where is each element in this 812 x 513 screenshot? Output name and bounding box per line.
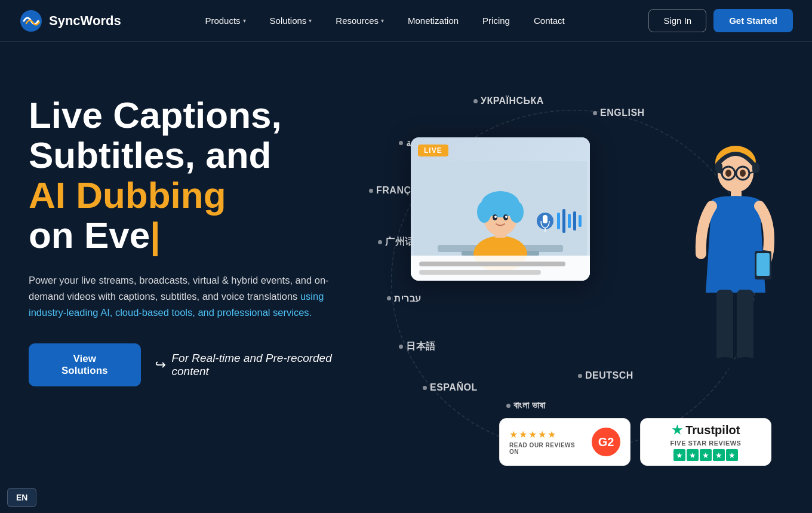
lang-dot [473,99,478,103]
g2-stars-wrap: ★ ★ ★ ★ ★ READ OUR REVIEWS ON [509,429,585,455]
svg-rect-20 [568,214,571,228]
lang-hebrew: עברית [387,293,422,304]
svg-rect-16 [543,215,548,223]
tp-star-icon: ★ [673,449,685,461]
lang-deutsch: DEUTSCH [578,370,633,381]
trustpilot-review-badge[interactable]: ★ Trustpilot FIVE STAR REVIEWS ★ ★ ★ ★ ★ [640,418,771,466]
nav-products[interactable]: Products ▾ [195,11,255,30]
lang-dot [387,296,391,300]
hero-title: Live Captions, Subtitles, and AI Dubbing… [29,96,363,256]
nav-solutions[interactable]: Solutions ▾ [260,11,322,30]
nav-resources[interactable]: Resources ▾ [326,11,393,30]
nav-links: Products ▾ Solutions ▾ Resources ▾ Monet… [195,11,574,30]
getstarted-button[interactable]: Get Started [713,9,793,32]
language-selector[interactable]: EN [7,488,36,507]
cta-note-wrap: ↩ For Real-time and Pre-recorded content [155,352,363,378]
review-badges: ★ ★ ★ ★ ★ READ OUR REVIEWS ON G2 [499,418,771,466]
lang-ukrainian: УКРАЇНСЬКА [473,96,544,106]
logo[interactable]: SyncWords [19,9,121,33]
star-icon: ★ [528,429,537,440]
svg-point-13 [494,216,497,218]
logo-text: SyncWords [49,13,121,29]
hero-right: УКРАЇНСЬКА ENGLISH اللغة العربية FRANÇAI… [363,78,783,484]
svg-point-41 [733,357,757,369]
svg-point-9 [477,201,491,223]
tp-logo-wrap: ★ Trustpilot FIVE STAR REVIEWS ★ ★ ★ ★ ★ [670,423,742,461]
lang-japanese: 日本語 [399,340,436,353]
chevron-down-icon: ▾ [381,17,384,24]
svg-point-14 [505,216,508,218]
lang-dot [369,189,373,193]
signin-button[interactable]: Sign In [648,9,706,32]
nav-monetization[interactable]: Monetization [398,11,468,30]
svg-rect-19 [562,209,565,233]
g2-review-label: READ OUR REVIEWS ON [509,442,585,455]
svg-rect-35 [752,162,759,173]
lang-dot [423,386,427,390]
video-box: LIVE [411,137,590,281]
cta-note-text: For Real-time and Pre-recorded content [172,352,363,378]
star-icon: ★ [509,429,518,440]
lang-dot [578,374,582,378]
trustpilot-star-icon: ★ [672,423,682,437]
lang-dot [378,240,382,244]
svg-rect-22 [579,215,582,227]
hero-description: Power your live streams, broadcasts, vir… [29,272,339,321]
hero-cta-row: View Solutions ↩ For Real-time and Pre-r… [29,343,363,386]
logo-icon [19,9,43,33]
nav-contact[interactable]: Contact [524,11,574,30]
lang-dot [399,345,403,349]
svg-rect-38 [716,290,733,361]
g2-logo: G2 [592,428,620,456]
subtitle-bars [411,256,590,281]
lang-dot [593,111,597,115]
svg-point-32 [740,170,746,177]
hero-section: Live Captions, Subtitles, and AI Dubbing… [0,42,812,513]
tp-star-icon: ★ [687,449,699,461]
svg-rect-21 [573,211,576,231]
svg-point-10 [509,201,524,223]
svg-rect-39 [737,290,753,361]
stars-row: ★ ★ ★ ★ ★ [509,429,585,440]
trustpilot-logo-text: ★ Trustpilot [672,423,740,437]
svg-point-31 [725,170,731,177]
nav-pricing[interactable]: Pricing [473,11,519,30]
svg-rect-37 [756,253,770,276]
lang-guangzhou: 广州话 [378,236,415,248]
chevron-down-icon: ▾ [243,17,246,24]
person-svg [664,125,783,424]
subtitle-bar-2 [419,270,541,275]
tp-star-icon: ★ [713,449,725,461]
arrow-curved-icon: ↩ [155,357,166,373]
star-half-icon: ★ [548,429,556,440]
tp-five-star-label: FIVE STAR REVIEWS [670,440,742,447]
person-illustration [664,125,783,460]
navbar: SyncWords Products ▾ Solutions ▾ Resourc… [0,0,812,42]
subtitle-bar-1 [419,262,565,266]
nav-actions: Sign In Get Started [648,9,793,32]
live-badge: LIVE [418,145,448,156]
tp-star-icon: ★ [726,449,738,461]
view-solutions-button[interactable]: View Solutions [29,343,141,386]
lang-espanol: ESPAÑOL [423,382,478,393]
svg-rect-34 [715,162,722,173]
lang-bangla: বাংলা ভাষা [506,400,546,411]
tp-stars-row: ★ ★ ★ ★ ★ [673,449,738,461]
chevron-down-icon: ▾ [309,17,312,24]
lang-dot [399,141,403,145]
star-icon: ★ [538,429,546,440]
svg-rect-18 [557,213,560,229]
lang-dot [506,404,510,408]
star-icon: ★ [519,429,527,440]
hero-left: Live Captions, Subtitles, and AI Dubbing… [29,78,363,386]
g2-review-badge[interactable]: ★ ★ ★ ★ ★ READ OUR REVIEWS ON G2 [499,418,630,466]
tp-star-icon: ★ [700,449,712,461]
lang-english: ENGLISH [593,107,645,118]
